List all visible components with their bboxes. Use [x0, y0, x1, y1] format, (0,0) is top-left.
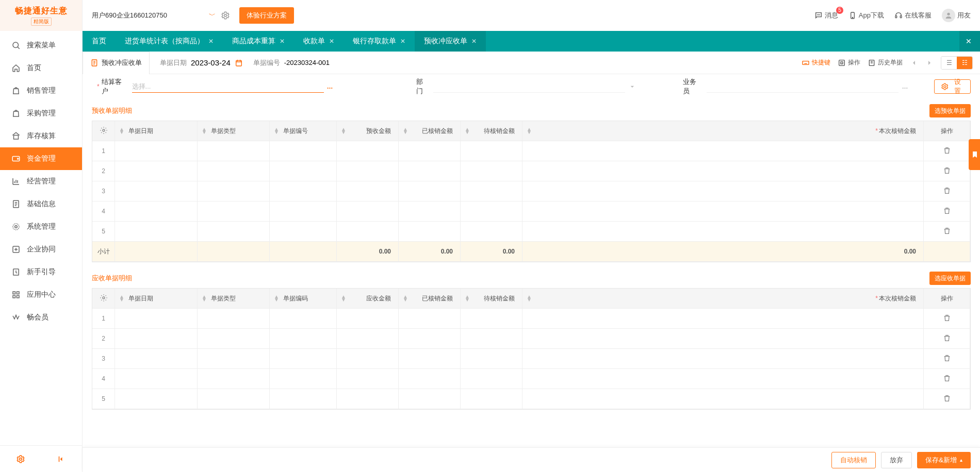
close-icon[interactable]: ✕ [208, 38, 214, 45]
table-row[interactable]: 3 [92, 349, 970, 369]
trash-icon[interactable] [943, 187, 951, 195]
settings-button[interactable]: 设置 [934, 79, 971, 94]
salesperson-more-icon[interactable]: … [902, 83, 908, 90]
recv-col-date[interactable]: ▲▼单据日期 [115, 289, 198, 309]
select-receivable-button[interactable]: 选应收单据 [929, 272, 971, 285]
trash-icon[interactable] [943, 334, 951, 342]
next-icon[interactable] [925, 59, 934, 67]
doc-number-label: 单据编号 [253, 58, 280, 68]
sidebar-menu: 搜索菜单首页销售管理采购管理库存核算资金管理经营管理基础信息系统管理企业协同新手… [0, 31, 82, 445]
calendar-icon[interactable] [235, 59, 243, 67]
department-label: 部门 [416, 77, 429, 96]
select-prepay-button[interactable]: 选预收单据 [929, 104, 971, 117]
prepay-gear-col[interactable] [92, 121, 115, 141]
prepay-col-pending[interactable]: ▲▼待核销金额 [461, 121, 522, 141]
chevron-down-icon[interactable] [628, 82, 636, 91]
shortcut-button[interactable]: 快捷键 [802, 58, 830, 67]
recv-col-no[interactable]: ▲▼单据编码 [270, 289, 337, 309]
view-toggle[interactable]: ☰ ☷ [941, 56, 973, 70]
sidebar-item-1[interactable]: 首页 [0, 57, 82, 79]
detail-view-icon[interactable]: ☷ [957, 57, 972, 69]
prepay-col-type[interactable]: ▲▼单据类型 [198, 121, 270, 141]
sidebar-item-10[interactable]: 新手引导 [0, 261, 82, 283]
close-icon[interactable]: ✕ [400, 38, 405, 45]
history-button[interactable]: 历史单据 [868, 58, 903, 67]
recv-col-amount[interactable]: ▲▼应收金额 [337, 289, 399, 309]
prev-icon[interactable] [910, 59, 918, 67]
prepay-col-written[interactable]: ▲▼已核销金额 [399, 121, 461, 141]
recv-col-type[interactable]: ▲▼单据类型 [198, 289, 270, 309]
recv-gear-col[interactable] [92, 289, 115, 309]
close-icon[interactable]: ✕ [329, 38, 334, 45]
close-icon[interactable]: ✕ [471, 38, 477, 45]
topbar-gear-icon[interactable] [221, 11, 230, 20]
messages-badge: 5 [836, 7, 843, 14]
department-input[interactable] [433, 80, 625, 93]
tab-5[interactable]: 预收冲应收单✕ [415, 31, 486, 52]
table-row[interactable]: 5 [92, 222, 970, 242]
table-row[interactable]: 3 [92, 181, 970, 201]
prepay-col-this[interactable]: ▲▼*本次核销金额 [522, 121, 924, 141]
recv-col-pending[interactable]: ▲▼待核销金额 [461, 289, 522, 309]
sidebar-item-4[interactable]: 库存核算 [0, 125, 82, 147]
customer-more-icon[interactable]: … [327, 83, 334, 90]
floating-handle[interactable] [969, 139, 980, 170]
trash-icon[interactable] [943, 227, 951, 235]
messages-link[interactable]: 消息 5 [814, 11, 838, 20]
doc-date-value[interactable]: 2023-03-24 [191, 58, 231, 67]
auto-writeoff-button[interactable]: 自动核销 [831, 452, 876, 468]
table-row[interactable]: 2 [92, 329, 970, 349]
sidebar-item-2[interactable]: 销售管理 [0, 79, 82, 102]
prepay-col-date[interactable]: ▲▼单据日期 [115, 121, 198, 141]
sidebar-item-12[interactable]: 畅会员 [0, 306, 82, 329]
prepay-col-no[interactable]: ▲▼单据编号 [270, 121, 337, 141]
trash-icon[interactable] [943, 394, 951, 402]
tabs-close-button[interactable]: ✕ [959, 31, 980, 52]
trash-icon[interactable] [943, 314, 951, 322]
trash-icon[interactable] [943, 354, 951, 362]
customer-input[interactable] [132, 80, 324, 93]
tab-0[interactable]: 首页 [83, 31, 116, 52]
sidebar-item-9[interactable]: 企业协同 [0, 238, 82, 261]
sidebar-item-8[interactable]: 系统管理 [0, 215, 82, 238]
table-row[interactable]: 2 [92, 161, 970, 181]
content-scroll[interactable]: 预收单据明细 选预收单据 ▲▼单据日期 ▲▼单据类型 ▲▼单据编号 ▲▼预收金额… [83, 99, 980, 472]
trash-icon[interactable] [943, 166, 951, 175]
tab-3[interactable]: 收款单✕ [294, 31, 344, 52]
table-row[interactable]: 1 [92, 309, 970, 329]
recv-col-written[interactable]: ▲▼已核销金额 [399, 289, 461, 309]
settings-icon[interactable] [16, 454, 25, 464]
user-menu[interactable]: 用友 [942, 9, 971, 22]
collapse-icon[interactable] [57, 454, 66, 464]
online-service-link[interactable]: 在线客服 [894, 11, 932, 20]
recv-col-this[interactable]: ▲▼*本次核销金额 [522, 289, 924, 309]
tab-4[interactable]: 银行存取款单✕ [344, 31, 415, 52]
sidebar-item-3[interactable]: 采购管理 [0, 102, 82, 125]
industry-plan-button[interactable]: 体验行业方案 [239, 7, 294, 24]
sidebar-item-6[interactable]: 经营管理 [0, 170, 82, 193]
enterprise-selector[interactable]: 用户690企业1660120750 ﹀ [92, 10, 216, 21]
table-row[interactable]: 4 [92, 201, 970, 222]
list-view-icon[interactable]: ☰ [941, 57, 957, 69]
app-download-link[interactable]: App下载 [848, 11, 884, 20]
sidebar-item-0[interactable]: 搜索菜单 [0, 34, 82, 57]
sidebar-item-11[interactable]: 应用中心 [0, 283, 82, 306]
prepay-col-amount[interactable]: ▲▼预收金额 [337, 121, 399, 141]
sidebar-item-7[interactable]: 基础信息 [0, 193, 82, 215]
trash-icon[interactable] [943, 207, 951, 215]
sidebar-item-5[interactable]: 资金管理 [0, 147, 82, 170]
tab-1[interactable]: 进货单统计表（按商品）✕ [116, 31, 223, 52]
discard-button[interactable]: 放弃 [881, 452, 912, 468]
operate-button[interactable]: 操作 [838, 58, 860, 67]
tab-2[interactable]: 商品成本重算✕ [223, 31, 294, 52]
work-area: 预收冲应收单 单据日期 2023-03-24 单据编号 -20230324-00… [83, 52, 980, 472]
salesperson-input[interactable] [707, 80, 899, 93]
table-row[interactable]: 4 [92, 369, 970, 389]
trash-icon[interactable] [943, 146, 951, 155]
table-row[interactable]: 1 [92, 141, 970, 161]
trash-icon[interactable] [943, 374, 951, 382]
svg-rect-14 [59, 456, 60, 462]
close-icon[interactable]: ✕ [280, 38, 285, 45]
save-new-button[interactable]: 保存&新增 ▴ [917, 452, 971, 468]
table-row[interactable]: 5 [92, 389, 970, 409]
